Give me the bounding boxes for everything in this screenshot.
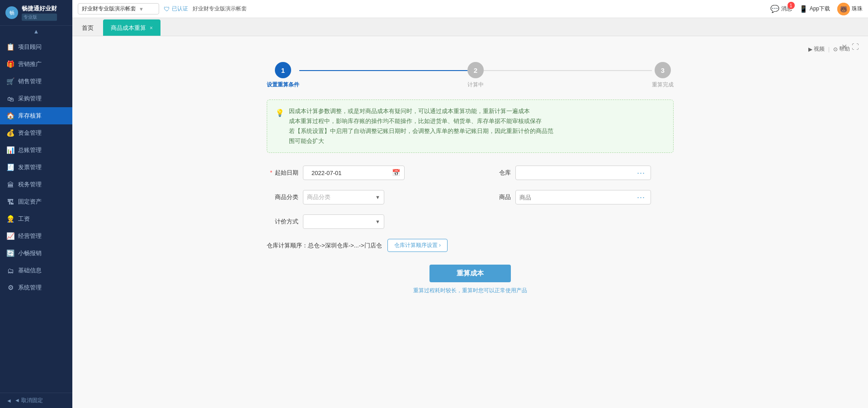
goods-input[interactable]	[519, 194, 635, 201]
required-star: *	[270, 169, 272, 176]
sidebar-item-finance[interactable]: 💰 资金管理	[0, 124, 72, 142]
calendar-icon[interactable]: 📅	[392, 169, 401, 177]
account-selector[interactable]: 好业财专业版演示帐套 ▼	[78, 3, 159, 14]
step-line-2	[484, 70, 652, 71]
form-group-category: 商品分类 商品分类 ▼	[267, 190, 461, 204]
form-area: * 起始日期 📅 仓库 ···	[267, 166, 674, 294]
category-select[interactable]: 商品分类 ▼	[303, 190, 384, 204]
category-label: 商品分类	[267, 193, 303, 201]
step-3: 3 重算完成	[652, 62, 674, 89]
sidebar-item-project[interactable]: 📋 项目顾问	[0, 38, 72, 56]
expand-window-button[interactable]: ⛶	[852, 43, 859, 51]
form-row-1: * 起始日期 📅 仓库 ···	[267, 166, 674, 180]
account-selector-text: 好业财专业版演示帐套	[82, 5, 136, 13]
warehouse-input[interactable]	[519, 170, 635, 176]
form-group-date: * 起始日期 📅	[267, 166, 461, 180]
info-line-3: 若【系统设置】中启用了自动调整记账日期时，会调整入库单的整单记账日期，因此重新计…	[289, 126, 553, 136]
sidebar-footer-label: ◄ 取消固定	[14, 397, 43, 404]
step-2-label: 计算中	[467, 81, 484, 89]
sidebar-item-basic[interactable]: 🗂 基础信息	[0, 262, 72, 279]
video-help-link[interactable]: ▶ 视频	[808, 45, 825, 53]
form-group-goods: 商品 ···	[479, 190, 674, 204]
sidebar-item-label: 库存核算	[18, 112, 42, 120]
sidebar-unpin-button[interactable]: ◄ ◄ 取消固定	[0, 393, 72, 408]
sidebar: 畅 畅捷通好业财 专业版 ▲ 📋 项目顾问 🎁 营销推广 🛒 销售管理 🛍 采购…	[0, 0, 72, 408]
sidebar-item-label: 项目顾问	[18, 43, 42, 51]
user-menu[interactable]: 🐻 珠珠	[837, 3, 863, 15]
goods-dots-button[interactable]: ···	[635, 193, 647, 201]
tab-home[interactable]: 首页	[74, 19, 101, 36]
message-button[interactable]: 💬 消息 1	[770, 5, 792, 13]
sidebar-item-inventory[interactable]: 🏠 库存核算	[0, 107, 72, 124]
sidebar-item-payroll[interactable]: 👷 工资	[0, 210, 72, 228]
sidebar-edition: 专业版	[22, 14, 57, 21]
recalc-area: 重算成本 重算过程耗时较长，重算时您可以正常使用产品	[267, 265, 674, 294]
play-icon: ▶	[808, 46, 812, 52]
sidebar-item-expense[interactable]: 🔄 小畅报销	[0, 245, 72, 262]
finance-icon: 💰	[6, 129, 14, 137]
start-date-label-text: 起始日期	[275, 169, 298, 176]
sidebar-item-sales[interactable]: 🛒 销售管理	[0, 73, 72, 90]
warehouse-order-row: 仓库计算顺序：总仓->深圳仓库->...->门店仓 仓库计算顺序设置 ›	[267, 239, 674, 252]
sidebar-item-label: 营销推广	[18, 60, 42, 68]
sidebar-item-system[interactable]: ⚙ 系统管理	[0, 279, 72, 296]
verified-text: 已认证	[172, 5, 188, 13]
step-3-label: 重算完成	[652, 81, 674, 89]
content-area: ✕ ⛶ ▶ 视频 | ⊙ 帮助 1 设置重算条件	[72, 36, 868, 408]
tab-close-icon[interactable]: ×	[150, 25, 153, 31]
message-badge: 1	[788, 2, 795, 9]
sidebar-item-label: 税务管理	[18, 180, 42, 189]
help-icon: ⊙	[833, 46, 838, 52]
chevron-down-category-icon: ▼	[375, 195, 380, 200]
help-links: ▶ 视频 | ⊙ 帮助	[90, 45, 850, 53]
system-icon: ⚙	[6, 284, 14, 292]
operations-icon: 📈	[6, 232, 14, 240]
warehouse-order-settings-button[interactable]: 仓库计算顺序设置 ›	[387, 239, 448, 252]
help-divider: |	[828, 46, 830, 52]
unpin-icon: ◄	[6, 398, 12, 404]
form-row-pricing: 计价方式 ▼	[267, 214, 674, 229]
step-1: 1 设置重算条件	[267, 62, 299, 89]
sidebar-nav: 📋 项目顾问 🎁 营销推广 🛒 销售管理 🛍 采购管理 🏠 库存核算 💰 资金管…	[0, 37, 72, 393]
tab-recalc[interactable]: 商品成本重算 ×	[103, 19, 160, 36]
chevron-down-pricing-icon: ▼	[375, 219, 380, 224]
sidebar-item-label: 发票管理	[18, 163, 42, 171]
info-icon: 💡	[275, 107, 284, 146]
sidebar-item-tax[interactable]: 🏛 税务管理	[0, 176, 72, 193]
video-label: 视频	[814, 45, 825, 53]
main-area: 好业财专业版演示帐套 ▼ 🛡 已认证 好业财专业版演示帐套 💬 消息 1 📱 A…	[72, 0, 868, 408]
sidebar-item-assets[interactable]: 🏗 固定资产	[0, 193, 72, 210]
info-line-2: 成本重算过程中，影响库存账的操作均不能操作，比如进货单、销货单、库存单据不能审核…	[289, 116, 553, 126]
warehouse-dots-button[interactable]: ···	[635, 169, 647, 177]
verified-badge: 🛡 已认证	[164, 5, 188, 13]
step-3-number: 3	[661, 66, 665, 74]
app-download-button[interactable]: 📱 App下载	[799, 5, 830, 13]
info-text: 因成本计算参数调整，或是对商品成本有疑问时，可以通过成本重算功能，重新计算一遍成…	[289, 106, 553, 146]
svg-text:畅: 畅	[9, 10, 14, 15]
sidebar-item-operations[interactable]: 📈 经营管理	[0, 228, 72, 245]
recalc-button[interactable]: 重算成本	[429, 265, 511, 282]
sidebar-item-marketing[interactable]: 🎁 营销推广	[0, 56, 72, 73]
step-2: 2 计算中	[467, 62, 484, 89]
info-box: 💡 因成本计算参数调整，或是对商品成本有疑问时，可以通过成本重算功能，重新计算一…	[267, 100, 674, 153]
sidebar-item-invoice[interactable]: 🧾 发票管理	[0, 159, 72, 176]
sidebar-item-label: 经营管理	[18, 232, 42, 240]
sidebar-scroll-up[interactable]: ▲	[0, 26, 72, 37]
warehouse-order-label: 仓库计算顺序：总仓->深圳仓库->...->门店仓	[267, 242, 382, 250]
pricing-label: 计价方式	[267, 218, 303, 226]
sidebar-item-accounting[interactable]: 📊 总账管理	[0, 142, 72, 159]
goods-input-wrapper[interactable]: ···	[515, 190, 651, 204]
start-date-input[interactable]	[307, 166, 392, 180]
sidebar-item-label: 基础信息	[18, 266, 42, 275]
warehouse-input-wrapper[interactable]: ···	[515, 166, 651, 180]
tab-home-label: 首页	[82, 24, 94, 32]
avatar: 🐻	[837, 3, 850, 15]
start-date-input-wrapper[interactable]: 📅	[303, 166, 405, 180]
sidebar-item-purchase[interactable]: 🛍 采购管理	[0, 90, 72, 107]
sidebar-header: 畅 畅捷通好业财 专业版	[0, 0, 72, 26]
pricing-select[interactable]: ▼	[303, 214, 384, 229]
close-window-button[interactable]: ✕	[841, 43, 847, 51]
window-controls: ✕ ⛶	[841, 43, 859, 51]
sidebar-item-label: 工资	[18, 215, 30, 223]
start-date-label: * 起始日期	[267, 169, 303, 177]
